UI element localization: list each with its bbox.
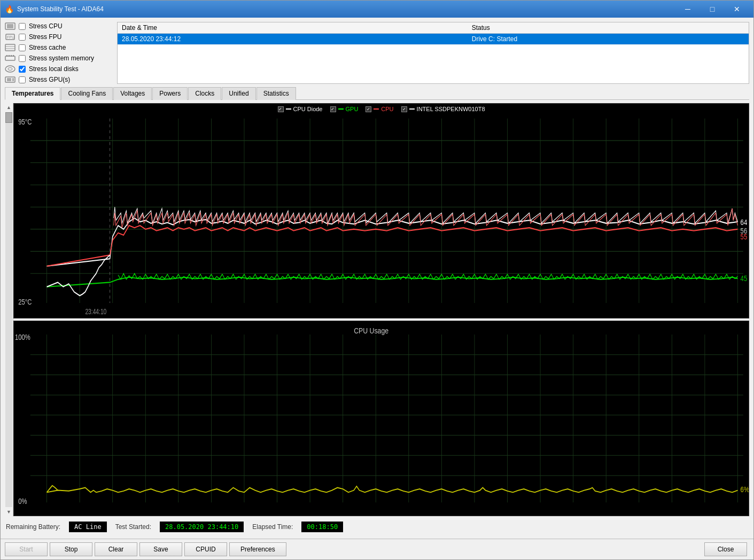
log-status: Drive C: Started — [468, 34, 749, 45]
scroll-track — [5, 112, 12, 507]
legend-gpu-label: GPU — [345, 106, 358, 112]
legend-intel-ssd-checkbox[interactable] — [401, 106, 407, 112]
app-icon: 🔥 — [5, 5, 14, 13]
svg-rect-1 — [7, 24, 13, 28]
close-button[interactable]: Close — [704, 542, 747, 556]
minimize-button[interactable]: ─ — [675, 1, 700, 18]
svg-rect-11 — [13, 55, 14, 57]
svg-rect-17 — [14, 104, 749, 318]
cpuid-button[interactable]: CPUID — [184, 542, 227, 556]
tab-temperatures[interactable]: Temperatures — [5, 87, 60, 100]
scroll-up-arrow[interactable]: ▲ — [5, 103, 13, 112]
legend-gpu-color — [338, 108, 343, 110]
log-datetime: 28.05.2020 23:44:12 — [118, 34, 468, 45]
stop-button[interactable]: Stop — [50, 542, 92, 556]
stress-local-disks-label: Stress local disks — [29, 65, 79, 73]
legend-gpu: GPU — [330, 106, 358, 112]
log-col-datetime: Date & Time — [118, 22, 468, 34]
svg-text:45: 45 — [741, 274, 748, 283]
stress-cache-label: Stress cache — [29, 44, 66, 51]
svg-text:6%: 6% — [741, 486, 749, 494]
save-button[interactable]: Save — [139, 542, 182, 556]
tab-statistics[interactable]: Statistics — [256, 87, 296, 100]
legend-cpu-label: CPU — [381, 106, 393, 112]
tabs-section: Temperatures Cooling Fans Voltages Power… — [5, 87, 749, 100]
svg-text:25°C: 25°C — [18, 297, 32, 306]
svg-text:CPU Usage: CPU Usage — [354, 326, 388, 335]
stress-options: Stress CPU FPU Stress FPU Stress cache — [5, 22, 112, 84]
svg-text:55: 55 — [741, 232, 748, 242]
start-button[interactable]: Start — [5, 542, 48, 556]
svg-rect-16 — [12, 78, 14, 81]
tab-powers[interactable]: Powers — [152, 87, 188, 100]
stress-local-disks-option: Stress local disks — [5, 65, 112, 73]
maximize-button[interactable]: □ — [700, 1, 725, 18]
svg-text:100%: 100% — [15, 333, 30, 341]
legend-cpu-diode-checkbox[interactable] — [277, 106, 283, 112]
cpu-chart: 100% 0% CPU Usage 6% — [13, 321, 749, 516]
scroll-thumb[interactable] — [5, 112, 12, 123]
top-section: Stress CPU FPU Stress FPU Stress cache — [5, 22, 749, 84]
svg-rect-15 — [7, 78, 11, 81]
log-table: Date & Time Status 28.05.2020 23:44:12 D… — [117, 22, 749, 84]
svg-rect-55 — [14, 321, 749, 516]
legend-intel-ssd-color — [409, 108, 415, 110]
stress-gpu-checkbox[interactable] — [19, 76, 26, 83]
battery-label: Remaining Battery: — [6, 523, 60, 531]
svg-text:FPU: FPU — [7, 35, 14, 39]
legend-cpu-checkbox[interactable] — [366, 106, 371, 112]
log-col-status: Status — [468, 22, 749, 34]
legend-cpu: CPU — [366, 106, 393, 112]
clear-button[interactable]: Clear — [95, 542, 137, 556]
test-started-label: Test Started: — [115, 523, 151, 531]
scroll-down-arrow[interactable]: ▼ — [5, 508, 13, 516]
stress-local-disks-checkbox[interactable] — [19, 66, 26, 73]
cpu-icon — [5, 22, 15, 30]
tab-cooling-fans[interactable]: Cooling Fans — [61, 87, 113, 100]
elapsed-time-value: 00:18:50 — [301, 522, 343, 532]
test-started-value: 28.05.2020 23:44:10 — [160, 522, 244, 532]
tab-voltages[interactable]: Voltages — [113, 87, 152, 100]
fpu-icon: FPU — [5, 33, 15, 41]
preferences-button[interactable]: Preferences — [229, 542, 286, 556]
cache-icon — [5, 43, 15, 52]
stress-fpu-checkbox[interactable] — [19, 34, 26, 41]
tab-clocks[interactable]: Clocks — [188, 87, 221, 100]
log-row[interactable]: 28.05.2020 23:44:12 Drive C: Started — [118, 34, 749, 45]
svg-rect-9 — [9, 55, 10, 57]
legend-cpu-diode: CPU Diode — [277, 106, 322, 112]
svg-text:23:44:10: 23:44:10 — [85, 307, 106, 316]
stress-cache-checkbox[interactable] — [19, 44, 26, 51]
charts-wrapper: ▲ ▼ — [5, 103, 749, 516]
stress-memory-checkbox[interactable] — [19, 55, 26, 62]
stress-cpu-checkbox[interactable] — [19, 23, 26, 30]
svg-point-13 — [8, 68, 12, 71]
left-scrollbar: ▲ ▼ — [5, 103, 13, 516]
svg-rect-7 — [5, 56, 15, 60]
legend-cpu-diode-color — [285, 108, 291, 110]
svg-text:64: 64 — [741, 217, 748, 227]
legend-intel-ssd-label: INTEL SSDPEKNW010T8 — [417, 106, 485, 112]
svg-rect-10 — [11, 55, 12, 57]
window-title: System Stability Test - AIDA64 — [17, 5, 104, 13]
gpu-icon — [5, 75, 15, 84]
close-window-button[interactable]: ✕ — [725, 1, 749, 18]
title-bar: 🔥 System Stability Test - AIDA64 ─ □ ✕ — [1, 1, 753, 18]
legend-gpu-checkbox[interactable] — [330, 106, 336, 112]
disk-icon — [5, 65, 15, 73]
svg-rect-8 — [6, 55, 7, 57]
svg-point-12 — [5, 66, 15, 72]
stress-memory-option: Stress system memory — [5, 54, 112, 63]
charts-area: 95°C 25°C 23:44:10 64 56 55 45 — [13, 103, 749, 516]
stress-cache-option: Stress cache — [5, 43, 112, 52]
stress-memory-label: Stress system memory — [29, 55, 94, 62]
tab-unified[interactable]: Unified — [222, 87, 255, 100]
svg-text:95°C: 95°C — [18, 117, 32, 126]
stress-cpu-label: Stress CPU — [29, 22, 63, 30]
legend-cpu-color — [374, 108, 379, 110]
tab-bar: Temperatures Cooling Fans Voltages Power… — [5, 87, 749, 100]
elapsed-time-label: Elapsed Time: — [252, 523, 293, 531]
battery-value: AC Line — [69, 522, 107, 532]
stress-gpu-option: Stress GPU(s) — [5, 75, 112, 84]
legend-cpu-diode-label: CPU Diode — [293, 106, 322, 112]
